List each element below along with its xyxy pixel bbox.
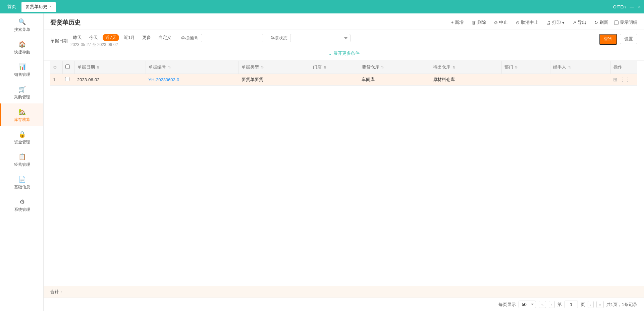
page-input[interactable] (565, 301, 578, 308)
display-detail-checkbox[interactable]: 显示明细 (614, 19, 637, 26)
column-settings-icon[interactable]: ⚙ (53, 65, 57, 70)
sidebar-label-purchase: 采购管理 (14, 94, 30, 100)
th-action: 操作 (610, 61, 637, 74)
date-7days[interactable]: 近7天 (103, 34, 119, 41)
tab-home-label: 首页 (7, 4, 16, 10)
sidebar-item-purchase[interactable]: 🛒 采购管理 (0, 81, 43, 103)
date-yesterday[interactable]: 昨天 (70, 34, 85, 41)
th-date-label: 单据日期 (77, 64, 95, 70)
td-checkbox (62, 74, 74, 86)
new-button-label: + 新增 (451, 19, 464, 26)
sidebar-label-system: 系统管理 (14, 207, 30, 213)
settings-filter-button[interactable]: 设置 (620, 34, 637, 44)
footer-sum-label: 合计： (50, 289, 63, 295)
th-handler-label: 经手人 (553, 64, 566, 70)
sidebar-item-operations[interactable]: 📋 经营管理 (0, 148, 43, 171)
display-detail-input[interactable] (614, 20, 619, 25)
sort-handler-icon[interactable]: ⇅ (568, 65, 571, 69)
export-button[interactable]: ↗ 导出 (571, 18, 588, 27)
next-page-btn[interactable]: › (588, 301, 594, 308)
select-all-checkbox[interactable] (65, 64, 70, 69)
sidebar-item-search[interactable]: 🔍 搜索菜单 (0, 13, 43, 36)
purchase-icon: 🛒 (18, 86, 26, 93)
sort-type-icon[interactable]: ⇅ (261, 65, 264, 69)
per-page-label: 每页显示 (498, 302, 516, 308)
td-pend-warehouse: 原材料仓库 (430, 74, 502, 86)
tab-history-close[interactable]: × (49, 4, 52, 9)
minimize-btn[interactable]: — (630, 4, 634, 9)
toolbar: + 新增 🗑 删除 ⊘ 中止 ⊙ 取消中止 🖨 打印 ▾ (449, 18, 637, 27)
stop-icon: ⊘ (494, 20, 498, 25)
last-page-btn[interactable]: » (596, 301, 603, 308)
tab-home[interactable]: 首页 (3, 2, 20, 12)
table-header-row: ⚙ 单据日期 ⇅ 单据编号 ⇅ (50, 61, 637, 74)
tab-history[interactable]: 要货单历史 × (21, 2, 56, 12)
date-more[interactable]: 更多 (140, 34, 154, 41)
date-today[interactable]: 今天 (87, 34, 101, 41)
top-bar: 首页 要货单历史 × OfTEn — × (0, 0, 644, 13)
td-action: ⊞ ⋮⋮ (610, 74, 637, 86)
total-records-info: 共1页，1条记录 (606, 302, 637, 308)
refresh-button[interactable]: ↻ 刷新 (592, 18, 610, 27)
sort-dept-icon[interactable]: ⇅ (515, 65, 518, 69)
sidebar-label-quicknav: 快捷导航 (14, 49, 30, 55)
print-button[interactable]: 🖨 打印 ▾ (544, 18, 567, 27)
row-checkbox[interactable] (65, 77, 69, 81)
sidebar-item-inventory[interactable]: 🏡 库存核算 (0, 103, 43, 126)
page-prefix-label: 第 (557, 302, 562, 308)
basic-icon: 📄 (18, 176, 26, 183)
th-action-label: 操作 (613, 64, 622, 70)
orderno-input[interactable] (201, 34, 263, 42)
data-table: ⚙ 单据日期 ⇅ 单据编号 ⇅ (50, 61, 637, 86)
print-icon: 🖨 (546, 20, 551, 25)
th-pend-warehouse: 待出仓库 ⇅ (430, 61, 502, 74)
delete-icon: 🗑 (472, 20, 476, 25)
sort-req-warehouse-icon[interactable]: ⇅ (381, 65, 384, 69)
new-button[interactable]: + 新增 (449, 18, 466, 27)
th-date: 单据日期 ⇅ (74, 61, 146, 74)
td-date: 2023-06-02 (74, 74, 146, 86)
sidebar-label-inventory: 库存核算 (14, 117, 30, 123)
prev-page-btn[interactable]: ‹ (549, 301, 555, 308)
inventory-icon: 🏡 (18, 108, 26, 116)
date-1month[interactable]: 近1月 (121, 34, 138, 41)
first-page-btn[interactable]: « (539, 301, 546, 308)
sidebar-label-finance: 资金管理 (14, 139, 30, 145)
sidebar-item-finance[interactable]: 🔒 资金管理 (0, 126, 43, 148)
date-shortcuts: 昨天 今天 近7天 近1月 更多 自定义 (70, 34, 174, 41)
th-settings: ⚙ (50, 61, 62, 74)
query-button[interactable]: 查询 (599, 34, 617, 45)
stop-button[interactable]: ⊘ 中止 (492, 18, 510, 27)
date-custom[interactable]: 自定义 (156, 34, 174, 41)
finance-icon: 🔒 (18, 131, 26, 138)
sort-no-icon[interactable]: ⇅ (168, 65, 171, 69)
cancel-stop-button[interactable]: ⊙ 取消中止 (514, 18, 540, 27)
top-bar-right: OfTEn — × (613, 4, 641, 9)
home-icon: 🏠 (18, 41, 26, 48)
sort-store-icon[interactable]: ⇅ (324, 65, 326, 69)
td-no: YH-20230602-0 (146, 74, 239, 86)
per-page-select[interactable]: 10 20 50 100 (519, 301, 536, 308)
delete-button-label: 删除 (477, 19, 486, 26)
sort-date-icon[interactable]: ⇅ (97, 65, 99, 69)
expand-btn-label: 展开更多条件 (333, 50, 360, 56)
expand-btn[interactable]: ⌄ 展开更多条件 (328, 50, 360, 56)
stop-button-label: 中止 (499, 19, 508, 26)
close-window-btn[interactable]: × (638, 4, 641, 9)
sidebar-item-sales[interactable]: 📊 销售管理 (0, 58, 43, 81)
delete-button[interactable]: 🗑 删除 (470, 18, 488, 27)
row-no-link[interactable]: YH-20230602-0 (149, 77, 179, 82)
th-req-warehouse-label: 要货仓库 (362, 64, 379, 70)
th-dept-label: 部门 (504, 64, 513, 70)
row-edit-icon[interactable]: ⊞ (613, 77, 618, 83)
sidebar-item-basic[interactable]: 📄 基础信息 (0, 171, 43, 193)
action-icons: ⊞ ⋮⋮ (613, 77, 635, 83)
total-pages-label: 页 (581, 302, 585, 308)
th-type: 单据类型 ⇅ (239, 61, 310, 74)
filter-actions: 查询 设置 (599, 34, 637, 45)
sidebar-item-quicknav[interactable]: 🏠 快捷导航 (0, 36, 43, 58)
sort-pend-warehouse-icon[interactable]: ⇅ (452, 65, 455, 69)
sidebar-item-system[interactable]: ⚙ 系统管理 (0, 193, 43, 216)
row-more-icon[interactable]: ⋮⋮ (620, 77, 630, 83)
status-select[interactable] (290, 34, 351, 42)
